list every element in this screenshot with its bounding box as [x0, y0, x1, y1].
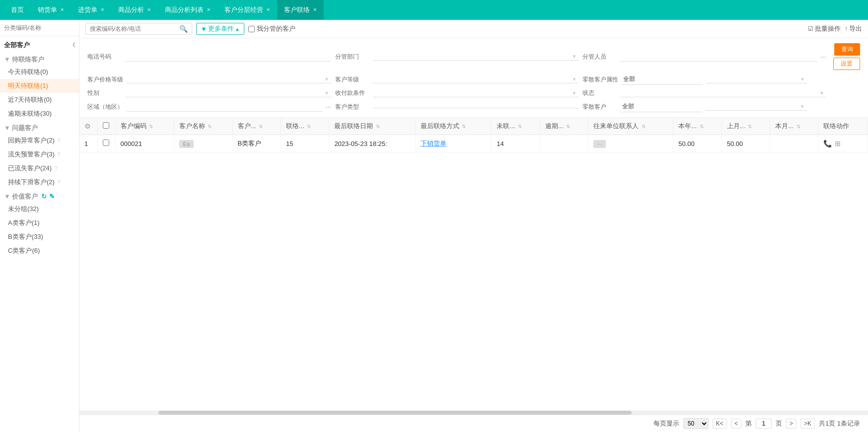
query-button[interactable]: 查询	[834, 43, 860, 56]
customer-type-sort-icon[interactable]: ⇅	[259, 124, 263, 129]
manager-dots-icon[interactable]: ···	[820, 53, 826, 61]
sidebar-overdue-contact[interactable]: 逾期未联络(30)	[0, 107, 79, 121]
sidebar-7day-contact[interactable]: 近7天待联络(0)	[0, 93, 79, 107]
nav-sales-order-close[interactable]: ✕	[60, 0, 64, 20]
problem-customers-label: 问题客户	[12, 124, 38, 132]
row-last-contact-date: 2023-05-23 18:25:	[329, 135, 415, 152]
page-size-select[interactable]: 50 100 200	[683, 418, 709, 429]
col-last-contact-date-label: 最后联络日期	[334, 122, 373, 130]
first-page-btn[interactable]: K<	[713, 419, 727, 429]
contact-person-sort-icon[interactable]: ⇅	[642, 124, 646, 129]
nav-home[interactable]: 首页	[4, 0, 31, 20]
nav-product-analysis-list-close[interactable]: ✕	[207, 0, 211, 20]
last-page-btn[interactable]: >K	[800, 419, 815, 429]
search-button[interactable]: 🔍	[179, 25, 188, 33]
sidebar-abnormal-repurchase[interactable]: 回购异常客户(2) ?	[0, 134, 79, 147]
sidebar-churned[interactable]: 已流失客户(24) ?	[0, 161, 79, 175]
sidebar-collapse-icon: 《	[70, 42, 75, 49]
last-contact-method-sort-icon[interactable]: ⇅	[462, 124, 466, 129]
settings-button[interactable]: 设置	[833, 58, 860, 70]
sidebar-all-customers[interactable]: 全部客户 《	[0, 38, 79, 52]
last-contact-date-sort-icon[interactable]: ⇅	[376, 124, 380, 129]
next-page-btn[interactable]: >	[786, 419, 796, 429]
7day-contact-label: 近7天待联络(0)	[8, 96, 52, 103]
filter-phone-input[interactable]	[125, 52, 331, 62]
customer-code-sort-icon[interactable]: ⇅	[149, 124, 153, 129]
nav-customer-contact[interactable]: 客户联络 ✕	[277, 0, 324, 20]
nav-customer-contact-close[interactable]: ✕	[313, 0, 317, 20]
nav-product-analysis-label: 商品分析	[118, 0, 144, 20]
filter-grade-select[interactable]: ▼	[373, 75, 579, 83]
checkbox-icon: ☑	[808, 25, 813, 32]
row-this-month	[770, 135, 818, 152]
sidebar-churn-warning[interactable]: 流失预警客户(3) ?	[0, 147, 79, 161]
more-conditions-btn[interactable]: ▼ 更多条件 ▲	[196, 23, 244, 35]
filter-dept-select[interactable]: ▼	[373, 53, 579, 61]
col-contact-person-label: 往来单位联系人	[593, 122, 639, 130]
prev-page-btn[interactable]: <	[731, 419, 741, 429]
filter-region-input[interactable]	[126, 102, 322, 112]
nav-product-analysis-list[interactable]: 商品分析列表 ✕	[158, 0, 217, 20]
pending-contact-label: 待联络客户	[12, 56, 44, 63]
row-uncontact-days: 14	[492, 135, 540, 152]
last-contact-link[interactable]: 下销货单	[421, 140, 446, 147]
export-btn[interactable]: ↑ 导出	[845, 24, 862, 33]
batch-ops-btn[interactable]: ☑ 批量操作	[808, 24, 841, 33]
nav-product-analysis[interactable]: 商品分析 ✕	[111, 0, 158, 20]
nav-sales-order[interactable]: 销货单 ✕	[31, 0, 71, 20]
grid-action-icon[interactable]: ⊞	[835, 140, 841, 147]
sidebar-a-customers[interactable]: A类客户(1)	[0, 216, 79, 230]
filter-phone: 电话号码	[87, 52, 331, 62]
row-actions: 📞 ⊞	[818, 135, 868, 152]
filter-customer-type-select[interactable]	[373, 106, 579, 108]
customer-name-sort-icon[interactable]: ⇅	[208, 124, 212, 129]
sidebar-search-input[interactable]	[4, 24, 78, 31]
sidebar-ungrouped[interactable]: 未分组(32)	[0, 202, 79, 216]
page-number-input[interactable]	[756, 419, 772, 429]
filter-status-select[interactable]: ▼	[620, 89, 826, 97]
region-dots-icon[interactable]: ···	[325, 103, 331, 111]
col-this-month-label: 本月...	[775, 122, 794, 130]
filter-manager-label: 分管人员	[582, 53, 617, 61]
my-customers-checkbox[interactable]	[248, 26, 255, 32]
search-input[interactable]	[90, 25, 179, 32]
horizontal-scrollbar[interactable]	[79, 411, 868, 415]
refresh-icon[interactable]: ↻	[41, 193, 47, 200]
this-year-sort-icon[interactable]: ⇅	[700, 124, 704, 129]
row-select-checkbox[interactable]	[103, 140, 109, 146]
sidebar-tomorrow-contact[interactable]: 明天待联络(1)	[0, 79, 79, 93]
last-month-sort-icon[interactable]: ⇅	[748, 124, 752, 129]
filter-area: 电话号码 分管部门 ▼ 分管人员 ··· 查询 设置	[79, 38, 868, 118]
col-customer-code-label: 客户编码	[121, 122, 146, 130]
select-all-checkbox[interactable]	[103, 122, 109, 129]
table-settings-icon[interactable]: ⚙	[84, 122, 91, 130]
filter-retail-attr: 零散客户属性 全部 ▼	[582, 74, 826, 85]
filter-price-grade-select[interactable]: ▼	[126, 75, 331, 83]
filter-payment-terms: 收付款条件 ▼	[335, 89, 579, 97]
filter-retail-customer-select[interactable]: ▼	[705, 103, 806, 111]
sidebar-today-contact[interactable]: 今天待联络(0)	[0, 65, 79, 79]
nav-product-analysis-close[interactable]: ✕	[147, 0, 151, 20]
filter-icon: ▼	[201, 25, 207, 33]
filter-manager-input[interactable]	[620, 52, 817, 62]
overdue-sort-icon[interactable]: ⇅	[566, 124, 570, 129]
filter-gender-select[interactable]: ▼	[125, 89, 331, 97]
sidebar-c-customers[interactable]: C类客户(6)	[0, 244, 79, 258]
payment-chevron-icon: ▼	[572, 90, 577, 96]
sidebar-declining[interactable]: 持续下滑客户(2) ?	[0, 175, 79, 189]
nav-purchase-order[interactable]: 进货单 ✕	[71, 0, 111, 20]
nav-purchase-order-close[interactable]: ✕	[100, 0, 104, 20]
sidebar-b-customers[interactable]: B类客户(33)	[0, 230, 79, 244]
edit-icon[interactable]: ✎	[49, 193, 55, 200]
my-customers-checkbox-wrap: 我分管的客户	[248, 24, 295, 33]
nav-customer-segmentation[interactable]: 客户分层经营 ✕	[217, 0, 277, 20]
nav-customer-segmentation-close[interactable]: ✕	[266, 0, 270, 20]
this-month-sort-icon[interactable]: ⇅	[796, 124, 800, 129]
filter-retail-attr-select[interactable]: ▼	[706, 75, 807, 83]
sidebar: 🔍 全部客户 《 ▼ 待联络客户 今天待联络(0) 明天待联络(1) 近7天待联…	[0, 20, 79, 432]
ungrouped-label: 未分组(32)	[8, 205, 39, 213]
filter-payment-terms-select[interactable]: ▼	[373, 89, 579, 97]
uncontact-sort-icon[interactable]: ⇅	[518, 124, 522, 129]
contact-count-sort-icon[interactable]: ⇅	[307, 124, 311, 129]
phone-action-icon[interactable]: 📞	[823, 140, 832, 147]
